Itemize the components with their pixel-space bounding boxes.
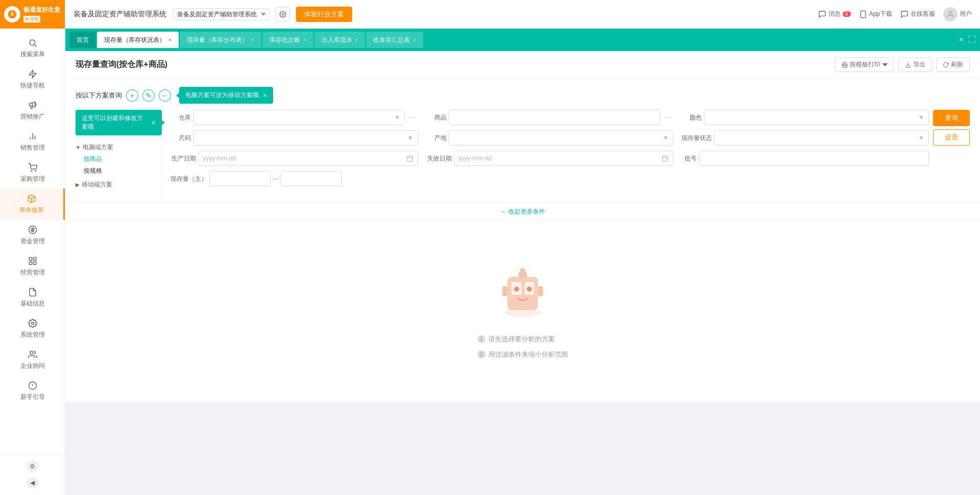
schema-section-desktop-title[interactable]: ▼ 电脑端方案 <box>76 142 162 153</box>
filter-row1: 仓库 ▼ ··· 商品 <box>170 110 929 125</box>
header-left: 装备及固定资产辅助管理系统 装备及固定资产辅助管理系统 体验行业方案 <box>74 7 352 22</box>
filter-edit-btn[interactable]: ✎ <box>142 89 155 102</box>
tab-flow[interactable]: 出入库流水 × <box>314 32 365 48</box>
management-icon <box>28 256 38 266</box>
svg-rect-44 <box>538 286 543 296</box>
schema-section-mobile-title[interactable]: ▶ 移动端方案 <box>76 179 162 191</box>
tab-fullscreen-btn[interactable]: ⛶ <box>968 35 976 44</box>
warehouse-more-btn[interactable]: ··· <box>407 113 418 122</box>
online-service-action[interactable]: 在线客服 <box>900 10 935 18</box>
schema-panel: 这里可以创建和修改方案哦 × ▼ 电脑端方案 按商品 <box>76 110 162 203</box>
tab-close-icon[interactable]: × <box>168 37 172 43</box>
sidebar-item-purchase[interactable]: 采购管理 <box>0 157 65 188</box>
filter-row4: 现存量（主） — <box>170 171 929 186</box>
empty-tip2: 2 用过滤条件来缩小分析范围 <box>477 348 568 361</box>
range-separator: — <box>273 175 279 182</box>
filter-add-btn[interactable]: + <box>126 89 138 102</box>
stock-status-select[interactable]: ▼ <box>714 130 929 146</box>
tooltip1-text: 电脑方案可设为移动方案哦 <box>185 91 259 100</box>
svg-point-21 <box>282 13 284 15</box>
sidebar-item-quick[interactable]: 快捷导航 <box>0 64 65 95</box>
logo-title: 畅通道好生意 <box>23 6 60 14</box>
filter-area: 按以下方案查询 + ✎ ← 电脑方案可设为移动方案哦 × <box>65 79 980 221</box>
sidebar-item-marketing[interactable]: 营销推广 <box>0 95 65 126</box>
filter-back-btn[interactable]: ← <box>159 89 171 102</box>
goods-more-btn[interactable]: ··· <box>663 113 673 122</box>
chart-icon <box>28 131 38 142</box>
header-right: 消息 6 App下载 在线客服 用户 <box>818 7 972 21</box>
expire-date-input[interactable]: yyyy-mm-dd <box>454 151 674 166</box>
sidebar-item-management[interactable]: 经营管理 <box>0 251 65 282</box>
online-service-label: 在线客服 <box>911 10 935 18</box>
expire-date-label: 失效日期 <box>426 154 452 163</box>
svg-point-17 <box>30 351 33 354</box>
tab-batch[interactable]: 库存批次账 × <box>262 32 313 48</box>
settings-icon <box>28 318 38 328</box>
tab-bar: 首页 现存量（库存状况表） × 现存量（库存分布表） × 库存批次账 × 出入库… <box>65 29 980 51</box>
svg-point-9 <box>35 171 36 172</box>
tooltip2-text: 这里可以创建和修改方案哦 <box>82 114 148 131</box>
tab-close-icon[interactable]: × <box>355 37 358 43</box>
stock-qty-end[interactable] <box>281 171 342 186</box>
sidebar-settings-btn[interactable]: ⚙ <box>27 460 39 473</box>
schema-item-by-spec[interactable]: 按规格 <box>84 165 162 177</box>
tab-inventory-status[interactable]: 现存量（库存状况表） × <box>97 32 179 48</box>
sidebar-item-label: 库存核算 <box>19 206 44 215</box>
system-selector[interactable]: 装备及固定资产辅助管理系统 <box>173 8 270 20</box>
message-action[interactable]: 消息 6 <box>818 10 851 18</box>
sidebar-item-label: 系统管理 <box>20 331 45 339</box>
collapse-row[interactable]: 收起更多条件 <box>65 203 980 220</box>
produce-date-placeholder: yyyy-mm-dd <box>203 155 236 162</box>
tooltip1-close[interactable]: × <box>263 91 267 100</box>
export-button[interactable]: 导出 <box>898 57 932 72</box>
batch-input[interactable] <box>699 151 929 166</box>
set-button[interactable]: 设置 <box>933 129 970 146</box>
tab-label: 库存批次账 <box>270 36 300 44</box>
sidebar-item-inventory[interactable]: 库存核算 <box>0 188 65 220</box>
solution-button[interactable]: 体验行业方案 <box>296 7 352 22</box>
goods-select[interactable] <box>449 110 660 125</box>
stock-status-label: 现存量状态 <box>681 134 712 143</box>
lightning-icon <box>28 69 38 79</box>
tab-home[interactable]: 首页 <box>69 32 96 48</box>
tab-close-icon[interactable]: × <box>303 37 306 43</box>
warehouse-select[interactable]: ▼ <box>193 110 405 125</box>
sidebar-collapse-btn[interactable]: ◀ <box>27 477 39 489</box>
goods-label: 商品 <box>426 113 447 122</box>
filter-item-stock-status: 现存量状态 ▼ <box>681 130 929 146</box>
search-button[interactable]: 查询 <box>933 110 970 126</box>
tab-home-label: 首页 <box>77 36 89 44</box>
settings-button[interactable] <box>276 7 290 21</box>
print-button[interactable]: 按模板打印 <box>835 57 894 72</box>
stock-qty-start[interactable] <box>209 171 271 186</box>
filter-item-produce-date: 生产日期 yyyy-mm-dd <box>170 151 418 166</box>
sidebar-item-sales[interactable]: 销售管理 <box>0 126 65 157</box>
tooltip2-close[interactable]: × <box>152 119 156 127</box>
section-title-mobile: 移动端方案 <box>82 180 112 189</box>
schema-item-by-goods[interactable]: 按商品 <box>84 153 162 165</box>
produce-date-input[interactable]: yyyy-mm-dd <box>198 151 418 166</box>
refresh-button[interactable]: 刷新 <box>936 57 970 72</box>
tab-label: 现存量（库存状况表） <box>104 36 165 44</box>
sidebar-item-system[interactable]: 系统管理 <box>0 313 65 344</box>
user-action[interactable]: 用户 <box>943 7 972 21</box>
origin-select[interactable]: ▼ <box>449 130 674 146</box>
tab-summary[interactable]: 收发存汇总表 × <box>366 32 423 48</box>
app-download-action[interactable]: App下载 <box>859 10 892 18</box>
tab-close-icon[interactable]: × <box>251 37 254 43</box>
filter-item-batch: 批号 <box>681 151 929 166</box>
sidebar-item-search[interactable]: 搜索菜单 <box>0 33 65 64</box>
header: 装备及固定资产辅助管理系统 装备及固定资产辅助管理系统 体验行业方案 消息 6 … <box>65 0 980 29</box>
size-select[interactable]: ▼ <box>193 130 418 146</box>
sidebar-item-collab[interactable]: 企业协同 <box>0 344 65 375</box>
sidebar-item-finance[interactable]: 资金管理 <box>0 220 65 251</box>
box-icon <box>27 194 37 204</box>
tab-close-all-btn[interactable]: × <box>959 35 964 44</box>
tab-inventory-dist[interactable]: 现存量（库存分布表） × <box>180 32 261 48</box>
tab-close-icon[interactable]: × <box>413 37 416 43</box>
tooltip2: 这里可以创建和修改方案哦 × <box>76 110 162 135</box>
color-select[interactable]: ▼ <box>704 110 929 125</box>
sidebar-item-guide[interactable]: 新手引导 <box>0 375 65 407</box>
svg-line-3 <box>34 44 36 46</box>
sidebar-item-basic[interactable]: 基础信息 <box>0 282 65 313</box>
